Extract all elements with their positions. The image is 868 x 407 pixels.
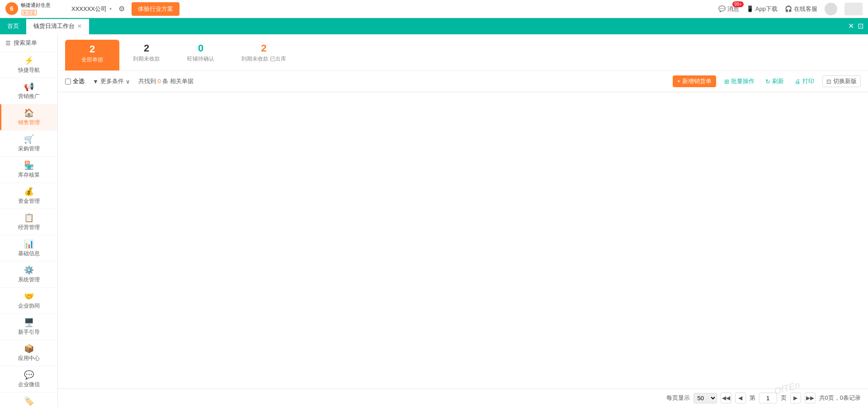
filter-label: 更多条件 [100, 77, 124, 85]
settings-icon-btn[interactable]: ⚙ [115, 3, 128, 15]
page-prefix: 第 [750, 394, 755, 402]
purchase-icon: 🛒 [24, 135, 34, 143]
page-input[interactable] [759, 393, 777, 403]
select-all-checkbox[interactable]: 全选 [65, 77, 85, 85]
app-name: 畅捷通好生意 [21, 2, 51, 8]
message-item[interactable]: 💬 消息 99+ [718, 5, 739, 13]
stat-wangwang-label: 旺辅待确认 [187, 55, 214, 63]
app-download-label: App下载 [755, 5, 778, 13]
version-tag: 标准版 [22, 10, 37, 15]
stat-overdue[interactable]: 2 到期未收款 [119, 40, 174, 70]
logo-area: 6 畅捷通好生意 标准版 [5, 2, 63, 15]
sidebar-item-system[interactable]: ⚙️ 系统管理 [0, 262, 57, 288]
user-dropdown[interactable] [844, 3, 863, 15]
app-download-icon: 📱 [746, 5, 754, 12]
empty-table-area [58, 92, 868, 388]
finance-label: 资金管理 [18, 197, 40, 205]
avatar[interactable] [825, 3, 837, 15]
guide-label: 新手引导 [18, 328, 40, 336]
total-info: 共0页，0条记录 [819, 394, 861, 402]
switch-label: 切换新版 [833, 77, 857, 85]
stat-all[interactable]: 2 全部单据 [65, 40, 119, 70]
quick-nav-label: 快捷导航 [18, 66, 40, 74]
corp-label: 企业协同 [18, 302, 40, 310]
try-industry-btn[interactable]: 体验行业方案 [132, 2, 179, 16]
logo-icon: 6 [5, 2, 18, 15]
refresh-label: 刷新 [772, 77, 784, 85]
stat-overdue-num: 2 [133, 42, 160, 54]
wechat-icon: 💬 [24, 371, 34, 379]
wechat-label: 企业微信 [18, 381, 40, 388]
company-name: XXXXXX公司 [71, 5, 107, 13]
sidebar-item-purchase[interactable]: 🛒 采购管理 [0, 131, 57, 157]
per-page-label: 每页显示 [666, 394, 690, 402]
online-service-item[interactable]: 🎧 在线客服 [785, 5, 817, 13]
batch-ops-btn[interactable]: ⊞ 批量操作 [722, 76, 757, 87]
per-page-select[interactable]: 50 10 20 100 [693, 393, 717, 403]
sidebar-item-operations[interactable]: 📋 经营管理 [0, 209, 57, 235]
finance-icon: 💰 [24, 187, 34, 196]
tab-bar: 首页 钱货日清工作台 ✕ ✕ ⊡ [0, 18, 868, 34]
stats-bar: 2 全部单据 2 到期未收款 0 旺辅待确认 2 到期未收款 已出库 [58, 34, 868, 70]
member-icon: 🏷️ [24, 397, 34, 405]
company-selector[interactable]: XXXXXX公司 ▾ [68, 3, 115, 15]
print-btn[interactable]: 🖨 打印 [792, 76, 817, 87]
batch-icon: ⊞ [724, 78, 729, 85]
sidebar-item-corp[interactable]: 🤝 企业协同 [0, 288, 57, 314]
found-unit: 条 相关单据 [162, 78, 193, 84]
sidebar: ☰ 搜索菜单 ⚡ 快捷导航 📢 营销推广 🏠 销售管理 🛒 采购管理 🏪 库存核… [0, 34, 58, 407]
stat-overdue-out[interactable]: 2 到期未收款 已出库 [228, 40, 300, 70]
sidebar-item-guide[interactable]: 🖥️ 新手引导 [0, 314, 57, 340]
message-badge: 99+ [732, 1, 744, 7]
main-layout: ☰ 搜索菜单 ⚡ 快捷导航 📢 营销推广 🏠 销售管理 🛒 采购管理 🏪 库存核… [0, 34, 868, 407]
batch-label: 批量操作 [731, 77, 755, 85]
select-all-label: 全选 [73, 77, 85, 85]
stat-wangwang-num: 0 [187, 42, 214, 54]
system-label: 系统管理 [18, 276, 40, 284]
tab-home[interactable]: 首页 [0, 18, 26, 34]
page-suffix: 页 [781, 394, 787, 402]
window-close-icon[interactable]: ✕ [848, 23, 854, 30]
select-all-input[interactable] [65, 79, 71, 84]
refresh-icon: ↻ [765, 78, 770, 85]
prev-page-btn[interactable]: ◀ [735, 393, 746, 403]
switch-icon: ⊡ [826, 78, 831, 85]
app-download-item[interactable]: 📱 App下载 [746, 5, 778, 13]
tab-home-label: 首页 [7, 22, 19, 30]
sidebar-item-quick-nav[interactable]: ⚡ 快捷导航 [0, 52, 57, 78]
found-prefix: 共找到 [138, 78, 156, 84]
sidebar-search[interactable]: ☰ 搜索菜单 [0, 34, 57, 52]
sidebar-item-marketing[interactable]: 📢 营销推广 [0, 78, 57, 104]
switch-new-btn[interactable]: ⊡ 切换新版 [822, 75, 861, 87]
stat-overdue-label: 到期未收款 [133, 55, 160, 63]
sidebar-item-basic[interactable]: 📊 基础信息 [0, 235, 57, 262]
basic-icon: 📊 [24, 240, 34, 248]
online-service-icon: 🎧 [785, 5, 792, 12]
first-page-btn[interactable]: ◀◀ [721, 393, 731, 403]
stat-overdue-out-num: 2 [241, 42, 286, 54]
add-sales-btn[interactable]: + 新增销货单 [673, 75, 716, 87]
marketing-label: 营销推广 [18, 93, 40, 100]
sidebar-item-wechat[interactable]: 💬 企业微信 [0, 366, 57, 393]
company-dropdown-icon: ▾ [109, 6, 112, 11]
window-maximize-icon[interactable]: ⊡ [858, 23, 863, 30]
tab-money-daily[interactable]: 钱货日清工作台 ✕ [26, 18, 89, 34]
refresh-btn[interactable]: ↻ 刷新 [763, 76, 787, 87]
sidebar-item-finance[interactable]: 💰 资金管理 [0, 183, 57, 209]
inventory-label: 库存核算 [18, 171, 40, 179]
search-menu-label: 搜索菜单 [14, 39, 37, 47]
last-page-btn[interactable]: ▶▶ [805, 393, 816, 403]
tab-close-icon[interactable]: ✕ [77, 23, 82, 29]
print-label: 打印 [802, 77, 814, 85]
sidebar-item-sales[interactable]: 🏠 销售管理 [0, 104, 57, 131]
more-filter-btn[interactable]: ▼ 更多条件 ∨ [90, 76, 133, 87]
content-area: 2 全部单据 2 到期未收款 0 旺辅待确认 2 到期未收款 已出库 全选 [58, 34, 868, 407]
sidebar-item-apps[interactable]: 📦 应用中心 [0, 340, 57, 366]
sidebar-item-inventory[interactable]: 🏪 库存核算 [0, 157, 57, 183]
sidebar-item-member[interactable]: 🏷️ 畅会员 [0, 393, 57, 407]
inventory-icon: 🏪 [24, 161, 34, 169]
toolbar: 全选 ▼ 更多条件 ∨ 共找到 0 条 相关单据 + 新增销货单 ⊞ 批量操作 … [58, 70, 868, 92]
pagination: 每页显示 50 10 20 100 ◀◀ ◀ 第 页 ▶ ▶▶ 共0页，0条记录 [58, 388, 868, 407]
stat-wangwang[interactable]: 0 旺辅待确认 [174, 40, 228, 70]
next-page-btn[interactable]: ▶ [790, 393, 801, 403]
